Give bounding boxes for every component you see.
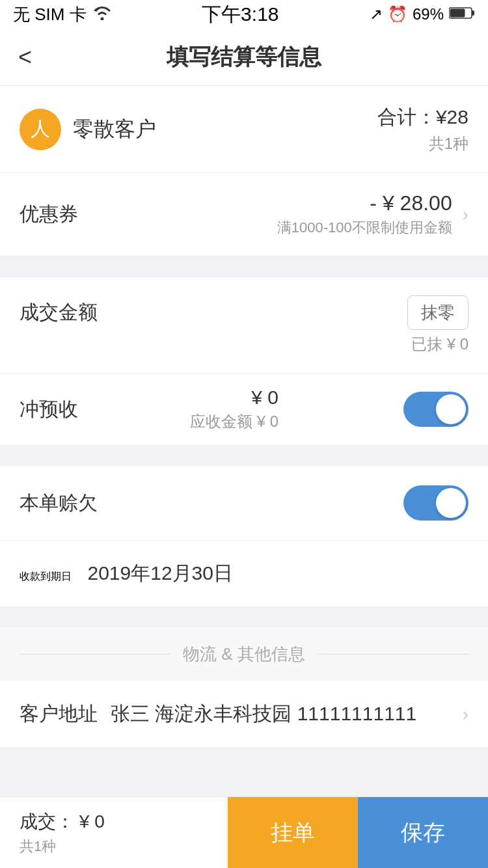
status-right: ↗ ⏰ 69% (370, 5, 475, 23)
logistics-title: 物流 & 其他信息 (183, 643, 305, 666)
due-date-value: 2019年12月30日 (87, 562, 232, 584)
address-label: 客户地址 (20, 701, 98, 727)
hold-button[interactable]: 挂单 (228, 797, 358, 869)
prepay-toggle[interactable] (403, 392, 468, 427)
svg-rect-1 (472, 10, 474, 16)
customer-summary: 合计：¥28 共1种 (377, 104, 468, 154)
status-time: 下午3:18 (202, 1, 278, 28)
nav-bar: < 填写结算等信息 (0, 29, 488, 86)
total-count: 共1种 (377, 133, 468, 154)
wifi-icon (93, 5, 111, 25)
status-left: 无 SIM 卡 (13, 3, 111, 26)
deal-amount-sub: 已抹 ¥ 0 (20, 334, 468, 355)
due-date-label: 收款到期日 (20, 571, 72, 582)
bottom-deal-amount: ¥ 0 (79, 811, 105, 832)
section-divider-3 (0, 617, 488, 627)
section-divider-2 (0, 455, 488, 466)
address-row[interactable]: 客户地址 张三 海淀永丰科技园 11111111111 › (0, 681, 488, 747)
avatar: 人 (20, 109, 61, 150)
coupon-row[interactable]: 优惠券 - ¥ 28.00 满1000-100不限制使用金额 › (0, 172, 488, 256)
bottom-deal-text: 成交： ¥ 0 (20, 809, 228, 834)
customer-card: 人 零散客户 合计：¥28 共1种 优惠券 - ¥ 28.00 满1000-10… (0, 86, 488, 256)
coupon-label: 优惠券 (20, 201, 78, 228)
due-date-row: 收款到期日 2019年12月30日 (0, 540, 488, 606)
debt-label: 本单赊欠 (20, 490, 98, 517)
deal-amount-row: 成交金额 0 抹零 已抹 ¥ 0 (0, 277, 488, 373)
customer-left: 人 零散客户 (20, 109, 156, 150)
prepay-label: 冲预收 (20, 396, 78, 423)
address-chevron-icon: › (463, 704, 468, 725)
bottom-bar: 成交： ¥ 0 共1种 挂单 保存 (0, 796, 488, 868)
debt-row: 本单赊欠 (0, 466, 488, 540)
prepay-row: 冲预收 ¥ 0 应收金额 ¥ 0 (0, 373, 488, 445)
toggle-knob (436, 394, 466, 424)
deal-top: 成交金额 0 抹零 (20, 295, 468, 330)
prepay-sub-value: 应收金额 ¥ 0 (190, 411, 278, 432)
debt-toggle-knob (436, 488, 466, 518)
customer-name: 零散客户 (73, 115, 156, 144)
address-value: 张三 海淀永丰科技园 11111111111 (111, 701, 463, 727)
hold-button-label: 挂单 (271, 818, 315, 848)
section-divider-1 (0, 266, 488, 277)
battery-text: 69% (413, 5, 444, 23)
logistics-line-left (20, 654, 170, 655)
debt-toggle[interactable] (403, 485, 468, 521)
svg-rect-2 (450, 9, 465, 18)
location-icon: ↗ (370, 5, 383, 23)
prepay-values: ¥ 0 应收金额 ¥ 0 (190, 387, 278, 432)
page-title: 填写结算等信息 (167, 42, 321, 72)
coupon-amount: - ¥ 28.00 (277, 191, 452, 215)
bottom-count: 共1种 (20, 837, 228, 856)
save-button[interactable]: 保存 (358, 797, 488, 869)
bottom-info: 成交： ¥ 0 共1种 (0, 809, 228, 856)
deal-amount-label: 成交金额 (20, 299, 98, 326)
logistics-line-right (318, 654, 468, 655)
deal-amount-card: 成交金额 0 抹零 已抹 ¥ 0 冲预收 ¥ 0 应收金额 ¥ 0 (0, 277, 488, 445)
customer-row: 人 零散客户 合计：¥28 共1种 (0, 86, 488, 172)
debt-card: 本单赊欠 收款到期日 2019年12月30日 (0, 466, 488, 606)
bottom-deal-label: 成交： (20, 811, 74, 832)
logistics-card: 物流 & 其他信息 客户地址 张三 海淀永丰科技园 11111111111 › (0, 627, 488, 747)
coupon-chevron-icon: › (463, 204, 468, 225)
deal-amount-input[interactable]: 0 (345, 300, 397, 325)
back-button[interactable]: < (18, 44, 32, 71)
deal-amount-right: 0 抹零 (345, 295, 468, 330)
avatar-icon: 人 (31, 116, 50, 142)
save-button-label: 保存 (401, 818, 445, 848)
status-bar: 无 SIM 卡 下午3:18 ↗ ⏰ 69% (0, 0, 488, 29)
alarm-icon: ⏰ (388, 5, 407, 23)
battery-icon (449, 5, 475, 23)
round-zero-button[interactable]: 抹零 (407, 295, 468, 330)
carrier-text: 无 SIM 卡 (13, 3, 87, 26)
coupon-right: - ¥ 28.00 满1000-100不限制使用金额 › (277, 191, 468, 237)
prepay-main-value: ¥ 0 (190, 387, 278, 409)
coupon-value-container: - ¥ 28.00 满1000-100不限制使用金额 (277, 191, 452, 237)
back-icon: < (18, 44, 32, 70)
coupon-desc: 满1000-100不限制使用金额 (277, 218, 452, 237)
total-amount: 合计：¥28 (377, 104, 468, 131)
logistics-header: 物流 & 其他信息 (0, 627, 488, 681)
content: 人 零散客户 合计：¥28 共1种 优惠券 - ¥ 28.00 满1000-10… (0, 86, 488, 842)
